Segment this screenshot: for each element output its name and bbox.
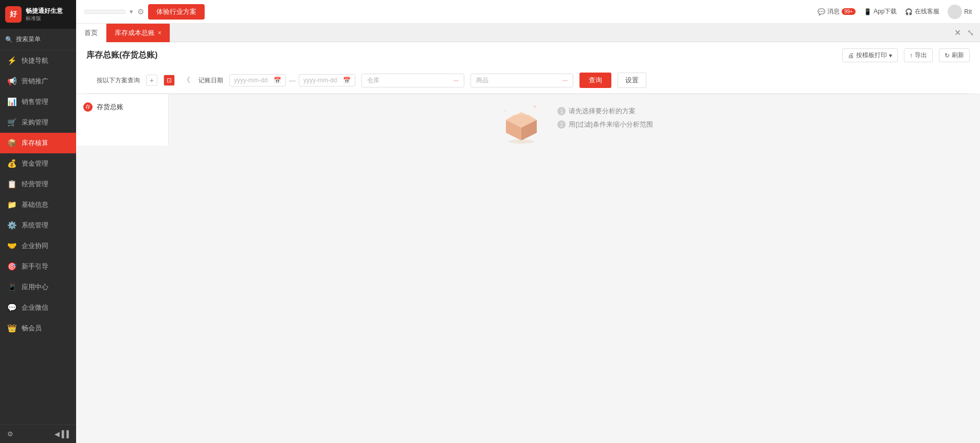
topbar-gear-icon[interactable]: ⚙ [137, 7, 144, 16]
avatar [948, 5, 962, 19]
date-input-group: yyyy-mm-dd 📅 — yyyy-mm-dd 📅 [229, 74, 355, 86]
sidebar-item-quick-nav[interactable]: ⚡ 快捷导航 [0, 50, 76, 71]
tab-close-icon[interactable]: × [158, 29, 161, 37]
breadcrumb-chevron-icon[interactable]: ▾ [130, 8, 133, 15]
tab-home[interactable]: 首页 [76, 24, 106, 42]
tip-num-1: 1 [557, 107, 566, 115]
sidebar: 好 畅捷通好生意 标准版 🔍 搜索菜单 ⚡ 快捷导航 📢 营销推广 📊 销售管理… [0, 0, 76, 443]
user-avatar-area[interactable]: Rit [948, 5, 972, 19]
quick-nav-icon: ⚡ [7, 56, 16, 65]
search-icon: 🔍 [5, 36, 13, 43]
settings-button[interactable]: 设置 [618, 73, 646, 88]
print-dropdown-icon: ▾ [889, 52, 892, 59]
sidebar-item-system[interactable]: ⚙️ 系统管理 [0, 215, 76, 236]
main-area: ▾ ⚙ 体验行业方案 💬 消息 99+ 📱 App下载 🎧 在线客服 Rit [76, 0, 980, 443]
topbar: ▾ ⚙ 体验行业方案 💬 消息 99+ 📱 App下载 🎧 在线客服 Rit [76, 0, 980, 24]
app-download-button[interactable]: 📱 App下载 [864, 7, 897, 16]
panel-expand-icon[interactable]: ⤡ [967, 28, 974, 38]
svg-text:✦: ✦ [503, 109, 507, 113]
sidebar-logo: 好 畅捷通好生意 标准版 [0, 0, 76, 29]
message-button[interactable]: 💬 消息 99+ [818, 7, 856, 16]
filter-collapse-button[interactable]: ⊡ [164, 75, 175, 86]
empty-illustration: ✦ ✦ [496, 94, 547, 146]
date-separator: — [289, 77, 296, 84]
settings-icon[interactable]: ⚙ [7, 430, 13, 438]
filter-label: 按以下方案查询 [97, 76, 140, 85]
headset-icon: 🎧 [905, 8, 913, 15]
content-area: 存 存货总账 ✦ [76, 94, 980, 146]
warehouse-input[interactable]: 仓库 ··· [361, 74, 464, 87]
page-header-actions: 🖨 按模板打印 ▾ ↑ 导出 ↻ 刷新 [842, 48, 970, 62]
logo-text: 畅捷通好生意 标准版 [26, 7, 63, 23]
page-title-row: 库存总账(存货总账) 🖨 按模板打印 ▾ ↑ 导出 ↻ 刷新 [86, 48, 970, 67]
sales-icon: 📊 [7, 97, 16, 107]
wechat-icon: 💬 [7, 303, 16, 312]
sidebar-item-purchase[interactable]: 🛒 采购管理 [0, 112, 76, 133]
refresh-icon: ↻ [945, 52, 950, 59]
online-service-button[interactable]: 🎧 在线客服 [905, 7, 939, 16]
empty-tips: 1 请先选择要分析的方案 2 用[过滤]条件来缩小分析范围 [557, 107, 652, 133]
refresh-button[interactable]: ↻ 刷新 [939, 48, 970, 62]
sidebar-footer: ⚙ ◀▐▐ [0, 424, 76, 443]
audio-icon[interactable]: ◀▐▐ [55, 430, 69, 438]
export-button[interactable]: ↑ 导出 [904, 48, 933, 62]
logo-icon: 好 [5, 6, 22, 23]
sidebar-item-basic-info[interactable]: 📁 基础信息 [0, 194, 76, 215]
basic-info-icon: 📁 [7, 200, 16, 209]
date-end-input[interactable]: yyyy-mm-dd 📅 [299, 74, 355, 86]
tip-num-2: 2 [557, 120, 566, 129]
scheme-sidebar: 存 存货总账 [76, 94, 169, 146]
tab-inventory-ledger[interactable]: 库存成本总账 × [106, 24, 170, 42]
page-content: 库存总账(存货总账) 🖨 按模板打印 ▾ ↑ 导出 ↻ 刷新 [76, 42, 980, 443]
topbar-right: 💬 消息 99+ 📱 App下载 🎧 在线客服 Rit [818, 5, 972, 19]
panel-close-icon[interactable]: ✕ [954, 28, 961, 38]
phone-icon: 📱 [864, 8, 872, 15]
topbar-breadcrumb [84, 10, 125, 14]
sidebar-item-marketing[interactable]: 📢 营销推广 [0, 71, 76, 92]
product-input[interactable]: 商品 ··· [470, 74, 573, 87]
sidebar-item-inventory[interactable]: 📦 库存核算 [0, 133, 76, 153]
date-start-input[interactable]: yyyy-mm-dd 📅 [229, 74, 286, 86]
industry-btn[interactable]: 体验行业方案 [148, 4, 205, 20]
search-menu-button[interactable]: 🔍 搜索菜单 [5, 33, 71, 46]
tabs-bar: 首页 库存成本总账 × ✕ ⤡ [76, 24, 980, 42]
member-icon: 👑 [7, 324, 16, 333]
calendar-icon: 📅 [274, 77, 281, 84]
sidebar-item-guide[interactable]: 🎯 新手引导 [0, 256, 76, 277]
purchase-icon: 🛒 [7, 118, 16, 127]
page-header: 库存总账(存货总账) 🖨 按模板打印 ▾ ↑ 导出 ↻ 刷新 [76, 42, 980, 94]
warehouse-more-icon: ··· [453, 77, 459, 84]
system-icon: ⚙️ [7, 221, 16, 230]
date-label: 记账日期 [198, 76, 223, 85]
calendar-end-icon: 📅 [343, 77, 351, 84]
guide-icon: 🎯 [7, 262, 16, 271]
svg-text:✦: ✦ [533, 104, 537, 110]
sidebar-item-wechat[interactable]: 💬 企业微信 [0, 297, 76, 318]
cooperation-icon: 🤝 [7, 241, 16, 251]
scheme-item-inventory-ledger[interactable]: 存 存货总账 [76, 98, 168, 116]
svg-point-6 [509, 139, 534, 144]
sidebar-item-sales[interactable]: 📊 销售管理 [0, 92, 76, 112]
message-icon: 💬 [818, 8, 825, 15]
filter-add-button[interactable]: + [146, 75, 157, 86]
search-button[interactable]: 查询 [579, 73, 611, 88]
inventory-icon: 📦 [7, 138, 16, 148]
finance-icon: 💰 [7, 159, 16, 168]
marketing-icon: 📢 [7, 77, 16, 86]
sidebar-item-operations[interactable]: 📋 经营管理 [0, 174, 76, 194]
empty-state-area: ✦ ✦ 1 请先选择要分析的方案 2 用[过滤]条件来缩小分析范围 [169, 94, 980, 146]
sidebar-item-finance[interactable]: 💰 资金管理 [0, 153, 76, 174]
sidebar-item-cooperation[interactable]: 🤝 企业协同 [0, 236, 76, 256]
tab-panel-close-area: ✕ ⤡ [948, 28, 980, 38]
scheme-item-icon: 存 [83, 102, 93, 112]
empty-content: ✦ ✦ 1 请先选择要分析的方案 2 用[过滤]条件来缩小分析范围 [496, 94, 652, 146]
sidebar-item-app-center[interactable]: 📱 应用中心 [0, 277, 76, 297]
print-button[interactable]: 🖨 按模板打印 ▾ [842, 48, 898, 62]
operations-icon: 📋 [7, 180, 16, 189]
filter-row: 按以下方案查询 + ⊡ 《 记账日期 yyyy-mm-dd 📅 — yyyy-m… [86, 67, 970, 94]
sidebar-nav: ⚡ 快捷导航 📢 营销推广 📊 销售管理 🛒 采购管理 📦 库存核算 💰 资金管… [0, 50, 76, 424]
app-center-icon: 📱 [7, 282, 16, 292]
print-icon: 🖨 [848, 52, 854, 59]
filter-collapse-arrow[interactable]: 《 [181, 75, 192, 86]
sidebar-item-member[interactable]: 👑 畅会员 [0, 318, 76, 339]
